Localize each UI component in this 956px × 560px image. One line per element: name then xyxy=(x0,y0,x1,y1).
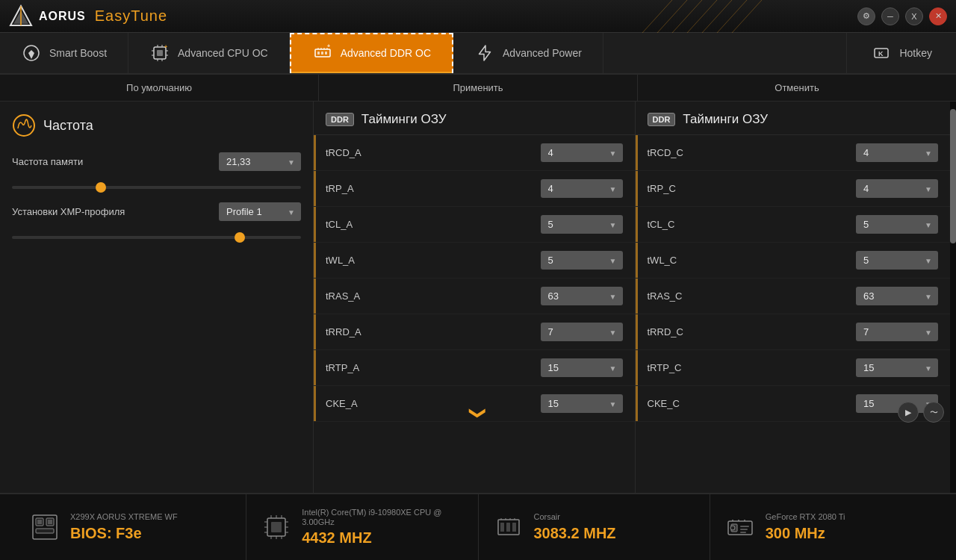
timing-a-select-wrapper-2: 5 6 4 xyxy=(541,215,623,234)
logo-area: AORUS EasyTune xyxy=(9,4,167,28)
xmp-slider-row xyxy=(12,228,301,242)
timing-a-select-4[interactable]: 63 64 62 xyxy=(541,287,623,305)
timing-c-row-4: tRAS_C 63 64 62 xyxy=(636,279,957,314)
timing-c-label-3: tWL_C xyxy=(648,255,857,266)
timing-c-row-2: tCL_C 5 6 4 xyxy=(636,207,957,243)
timing-c-select-wrapper-0: 4 5 3 xyxy=(856,143,938,162)
brand-label: AORUS xyxy=(39,10,86,23)
xmp-slider[interactable] xyxy=(12,236,301,239)
timing-a-select-5[interactable]: 7 8 6 xyxy=(541,323,623,341)
memory-freq-select[interactable]: 21,33 21,00 22,00 xyxy=(219,152,301,171)
timing-c-select-wrapper-4: 63 64 62 xyxy=(856,287,938,305)
gpu-name: GeForce RTX 2080 Ti xyxy=(766,512,845,522)
status-motherboard: X299X AORUS XTREME WF BIOS: F3e xyxy=(15,494,246,560)
frequency-panel-title: Частота xyxy=(43,118,93,134)
chevron-button[interactable]: ❯ xyxy=(468,406,488,420)
timings-c-header: DDR Тайминги ОЗУ xyxy=(636,102,957,135)
status-cpu: Intel(R) Core(TM) i9-10980XE CPU @ 3.00G… xyxy=(246,494,478,560)
timings-a-badge: DDR xyxy=(326,113,354,126)
svg-rect-57 xyxy=(512,523,516,532)
action-bar: По умолчанию Применить Отменить xyxy=(0,75,956,102)
xmp-label: Установки ХМP-профиля xyxy=(12,206,125,217)
timing-a-select-3[interactable]: 5 6 4 xyxy=(541,251,623,270)
title-bar: AORUS EasyTune ⚙ ─ X ✕ xyxy=(0,0,956,33)
status-bar: X299X AORUS XTREME WF BIOS: F3e xyxy=(0,493,956,560)
nav-hotkey[interactable]: K Hotkey xyxy=(846,33,956,73)
svg-line-6 xyxy=(687,0,717,33)
memory-freq-select-wrapper: 21,33 21,00 22,00 xyxy=(219,152,301,171)
cpu-icon xyxy=(261,512,291,542)
svg-rect-24 xyxy=(321,52,323,55)
nav-advanced-cpu-oc-label: Advanced CPU OC xyxy=(178,47,268,59)
svg-rect-23 xyxy=(317,52,320,55)
timing-a-row-5: tRRD_A 7 8 6 xyxy=(314,314,635,350)
timing-a-select-0[interactable]: 4 5 3 xyxy=(541,143,623,162)
timing-c-select-wrapper-2: 5 6 4 xyxy=(856,215,938,234)
nav-advanced-cpu-oc[interactable]: + Advanced CPU OC xyxy=(128,33,290,73)
motherboard-text: X299X AORUS XTREME WF BIOS: F3e xyxy=(70,512,178,541)
timing-a-row-3: tWL_A 5 6 4 xyxy=(314,243,635,279)
timing-c-label-5: tRRD_C xyxy=(648,326,857,337)
motherboard-name: X299X AORUS XTREME WF xyxy=(70,512,178,522)
timings-c-title: Тайминги ОЗУ xyxy=(683,112,768,127)
cpu-oc-icon: + xyxy=(149,43,170,63)
timing-a-select-2[interactable]: 5 6 4 xyxy=(541,215,623,234)
nav-bar: Smart Boost + Advanced CPU OC xyxy=(0,33,956,75)
timing-c-row-5: tRRD_C 7 8 6 xyxy=(636,314,957,350)
timing-c-select-4[interactable]: 63 64 62 xyxy=(856,287,938,305)
nav-advanced-ddr-oc[interactable]: + Advanced DDR OC xyxy=(290,33,453,73)
timing-a-select-wrapper-5: 7 8 6 xyxy=(541,323,623,341)
cancel-button[interactable]: Отменить xyxy=(638,75,956,101)
timing-c-row-1: tRP_C 4 5 3 xyxy=(636,171,957,207)
timing-a-label-0: tRCD_A xyxy=(326,147,541,158)
wave-button[interactable]: 〜 xyxy=(923,402,944,423)
product-label: EasyTune xyxy=(95,7,167,25)
cpu-text: Intel(R) Core(TM) i9-10980XE CPU @ 3.00G… xyxy=(302,508,462,547)
timing-c-label-0: tRCD_C xyxy=(648,147,857,158)
play-button[interactable]: ▶ xyxy=(898,402,919,423)
timing-a-label-2: tCL_A xyxy=(326,219,541,230)
timing-a-select-wrapper-1: 4 5 3 xyxy=(541,179,623,198)
nav-smart-boost[interactable]: Smart Boost xyxy=(0,33,128,73)
gpu-text: GeForce RTX 2080 Ti 300 MHz xyxy=(766,512,845,541)
timing-c-select-0[interactable]: 4 5 3 xyxy=(856,143,938,162)
xmp-select[interactable]: Profile 1 Profile 2 Auto xyxy=(219,202,301,221)
ram-text: Corsair 3083.2 MHZ xyxy=(534,512,616,541)
memory-freq-slider[interactable] xyxy=(12,186,301,189)
svg-text:K: K xyxy=(878,50,884,57)
timing-c-label-1: tRP_C xyxy=(648,183,857,194)
timing-c-select-wrapper-1: 4 5 3 xyxy=(856,179,938,198)
settings-button[interactable]: ⚙ xyxy=(857,7,875,25)
scrollbar-thumb[interactable] xyxy=(950,109,956,243)
timings-a-panel: DDR Тайминги ОЗУ tRCD_A 4 5 3 tRP_A 4 5 … xyxy=(314,102,636,493)
svg-line-8 xyxy=(717,0,747,33)
timing-a-label-1: tRP_A xyxy=(326,183,541,194)
timing-c-select-1[interactable]: 4 5 3 xyxy=(856,179,938,198)
timing-c-row-3: tWL_C 5 6 4 xyxy=(636,243,957,279)
timing-a-select-1[interactable]: 4 5 3 xyxy=(541,179,623,198)
apply-button[interactable]: Применить xyxy=(319,75,638,101)
nav-advanced-power[interactable]: Advanced Power xyxy=(453,33,603,73)
timing-c-select-wrapper-5: 7 8 6 xyxy=(856,323,938,341)
timing-a-select-6[interactable]: 15 16 14 xyxy=(541,358,623,377)
timing-a-label-6: tRTP_A xyxy=(326,362,541,373)
timing-a-select-7[interactable]: 15 16 14 xyxy=(541,394,623,413)
timing-c-select-3[interactable]: 5 6 4 xyxy=(856,251,938,270)
svg-rect-25 xyxy=(325,52,327,55)
timing-c-select-2[interactable]: 5 6 4 xyxy=(856,215,938,234)
timing-c-select-5[interactable]: 7 8 6 xyxy=(856,323,938,341)
xbox-button[interactable]: X xyxy=(905,7,923,25)
default-button[interactable]: По умолчанию xyxy=(0,75,319,101)
close-button[interactable]: ✕ xyxy=(929,7,947,25)
timing-a-label-5: tRRD_A xyxy=(326,326,541,337)
minimize-button[interactable]: ─ xyxy=(881,7,899,25)
timing-c-row-0: tRCD_C 4 5 3 xyxy=(636,135,957,171)
timing-c-select-6[interactable]: 15 16 14 xyxy=(856,358,938,377)
timing-a-label-4: tRAS_A xyxy=(326,290,541,302)
title-bar-controls: ⚙ ─ X ✕ xyxy=(857,7,947,25)
svg-point-64 xyxy=(730,526,735,530)
timing-c-row-6: tRTP_C 15 16 14 xyxy=(636,350,957,386)
timing-a-row-1: tRP_A 4 5 3 xyxy=(314,171,635,207)
hotkey-icon: K xyxy=(871,43,892,63)
timing-c-label-4: tRAS_C xyxy=(648,290,857,302)
